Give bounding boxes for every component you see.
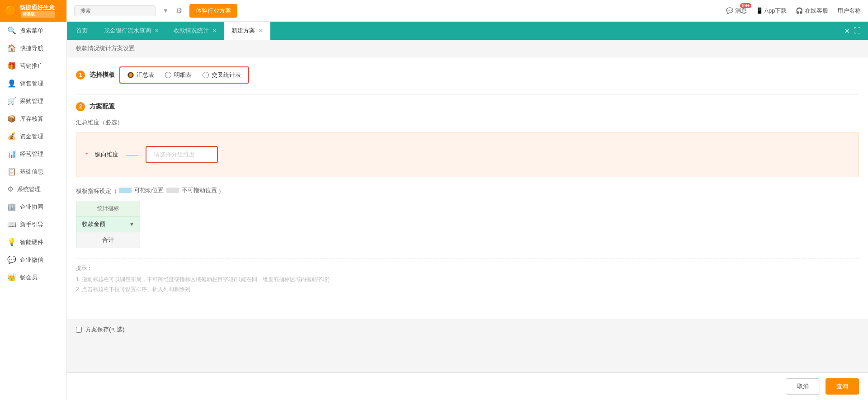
fixed-legend-label: 不可拖动位置: [182, 186, 217, 194]
close-window-icon[interactable]: ✕: [844, 27, 850, 35]
sidebar-logo: 🟠 畅捷通好生意 标准版: [0, 0, 66, 22]
sidebar-item-label: 营销推广: [20, 62, 43, 70]
tab-home-label: 首页: [76, 27, 88, 35]
page-title: 收款情况统计方案设置: [67, 40, 868, 57]
sidebar-item-guide[interactable]: 📖 新手引导: [0, 216, 66, 233]
download-label: App下载: [764, 7, 787, 14]
sidebar-item-label: 采购管理: [20, 97, 43, 105]
content-area: 收款情况统计方案设置 1 选择模板 汇总表 明细表: [67, 40, 868, 372]
sidebar-item-system[interactable]: ⚙ 系统管理: [0, 180, 66, 198]
message-icon: 💬: [726, 7, 733, 14]
tab-receipt-label: 收款情况统计: [174, 27, 209, 35]
radio-cross-input[interactable]: [203, 72, 209, 78]
sidebar-item-business[interactable]: 📊 经营管理: [0, 145, 66, 163]
radio-detail-input[interactable]: [165, 72, 171, 78]
step1-header: 1 选择模板 汇总表 明细表 交叉统计表: [76, 66, 859, 84]
dimension-placeholder: 请选择分组维度: [154, 151, 195, 158]
sidebar-item-label: 快捷导航: [20, 44, 43, 52]
sidebar: 🟠 畅捷通好生意 标准版 🔍 搜索菜单 🏠 快捷导航 🎁 营销推广 👤 销售管理…: [0, 0, 67, 400]
tab-receipt-close-icon[interactable]: ✕: [212, 28, 217, 34]
tab-new-plan-close-icon[interactable]: ✕: [259, 28, 263, 34]
settings-icon[interactable]: ⚙: [176, 6, 182, 15]
metrics-table: 统计指标 收款金额 ▼ 合计: [76, 201, 140, 248]
chat-icon: 💬: [7, 255, 16, 264]
tips-section: 提示： 1. 拖动标题栏可以调整布局，不可跨维度或指标区域拖动栏目字段(只能在同…: [76, 259, 859, 300]
step2-header: 2 方案配置: [76, 102, 859, 111]
step1-number: 1: [76, 71, 85, 80]
dimension-row: * 纵向维度 —— 请选择分组维度: [85, 146, 849, 163]
metrics-total-cell: 合计: [76, 232, 140, 248]
radio-summary-label: 汇总表: [137, 71, 154, 79]
support-icon: 🎧: [796, 7, 803, 14]
sidebar-item-label: 资金管理: [20, 132, 43, 141]
content-footer: 方案保存(可选): [67, 320, 868, 339]
sidebar-item-sales[interactable]: 👤 销售管理: [0, 75, 66, 92]
radio-detail-label: 明细表: [174, 71, 192, 79]
gift-icon: 🎁: [7, 61, 16, 70]
vertical-dim-label: 纵向维度: [95, 151, 118, 159]
tabbar-actions: ✕ ⛶: [844, 27, 868, 35]
clipboard-icon: 📋: [7, 167, 16, 176]
summary-dim-section: 汇总维度（必选） * 纵向维度 —— 请选择分组维度: [76, 118, 859, 177]
dimension-area: * 纵向维度 —— 请选择分组维度: [76, 132, 859, 177]
step2-title: 方案配置: [90, 103, 115, 111]
sidebar-item-label: 企业协同: [20, 203, 43, 211]
tab-new-plan[interactable]: 新建方案 ✕: [224, 22, 270, 40]
support-link[interactable]: 🎧 在线客服: [796, 7, 828, 15]
sidebar-item-label: 智能硬件: [20, 238, 43, 246]
sidebar-item-nav[interactable]: 🏠 快捷导航: [0, 39, 66, 57]
sidebar-item-member[interactable]: 👑 畅会员: [0, 268, 66, 286]
col1-sub: 合计: [102, 236, 114, 243]
sidebar-item-corp[interactable]: 🏢 企业协同: [0, 198, 66, 216]
sidebar-item-label: 搜索菜单: [20, 27, 43, 35]
app-download-link[interactable]: 📱 App下载: [756, 7, 787, 15]
movable-legend-label: 可拖动位置: [134, 186, 164, 194]
maximize-icon[interactable]: ⛶: [854, 27, 861, 35]
tab-new-plan-label: 新建方案: [231, 27, 255, 35]
bag-icon: 🛒: [7, 97, 16, 105]
trial-button[interactable]: 体验行业方案: [189, 4, 237, 18]
sidebar-item-label: 销售管理: [20, 80, 43, 88]
sidebar-item-wechat[interactable]: 💬 企业微信: [0, 251, 66, 268]
sidebar-item-finance[interactable]: 💰 资金管理: [0, 127, 66, 145]
user-icon: 👤: [7, 79, 16, 88]
col1-label: 收款金额: [82, 220, 105, 228]
sidebar-item-basic[interactable]: 📋 基础信息: [0, 163, 66, 180]
search-input[interactable]: [74, 5, 156, 16]
bulb-icon: 💡: [7, 238, 16, 246]
message-badge[interactable]: 💬 消息 99+: [726, 7, 747, 15]
gear-icon: ⚙: [7, 185, 14, 193]
cancel-button[interactable]: 取消: [786, 378, 820, 395]
crown-icon: 👑: [7, 273, 16, 282]
step1-section: 1 选择模板 汇总表 明细表 交叉统计表: [76, 66, 859, 84]
divider1: [76, 94, 859, 95]
tab-home[interactable]: 首页: [67, 22, 97, 40]
radio-cross[interactable]: 交叉统计表: [203, 71, 241, 79]
sidebar-item-label: 畅会员: [20, 273, 38, 282]
support-label: 在线客服: [805, 7, 828, 14]
col1-dropdown-icon[interactable]: ▼: [129, 221, 134, 227]
step2-number: 2: [76, 102, 85, 111]
stats-label: 统计指标: [76, 201, 140, 216]
tab-receipt[interactable]: 收款情况统计 ✕: [166, 22, 224, 40]
dimension-select[interactable]: 请选择分组维度: [146, 146, 218, 163]
radio-detail[interactable]: 明细表: [165, 71, 192, 79]
tab-cashflow[interactable]: 现金银行流水查询 ✕: [97, 22, 166, 40]
metrics-section: 模板指标设定（ 可拖动位置 不可拖动位置 ） 统计指标: [76, 186, 859, 249]
metrics-cell-revenue[interactable]: 收款金额 ▼: [76, 216, 140, 232]
radio-summary[interactable]: 汇总表: [127, 71, 154, 79]
dropdown-arrow-icon[interactable]: ▼: [163, 7, 169, 14]
tip1: 1. 拖动标题栏可以调整布局，不可跨维度或指标区域拖动栏目字段(只能在同一维度或…: [76, 275, 859, 285]
save-option-checkbox[interactable]: [76, 327, 82, 333]
sidebar-item-hardware[interactable]: 💡 智能硬件: [0, 233, 66, 251]
sidebar-item-inventory[interactable]: 📦 库存核算: [0, 110, 66, 127]
logo-badge: 标准版: [21, 11, 55, 18]
tab-cashflow-close-icon[interactable]: ✕: [155, 28, 159, 34]
sidebar-item-search[interactable]: 🔍 搜索菜单: [0, 22, 66, 39]
query-button[interactable]: 查询: [826, 378, 859, 395]
radio-summary-input[interactable]: [127, 72, 134, 78]
sidebar-item-purchase[interactable]: 🛒 采购管理: [0, 92, 66, 110]
movable-legend-box: [119, 188, 132, 193]
save-option-label: 方案保存(可选): [85, 325, 125, 334]
sidebar-item-marketing[interactable]: 🎁 营销推广: [0, 57, 66, 75]
